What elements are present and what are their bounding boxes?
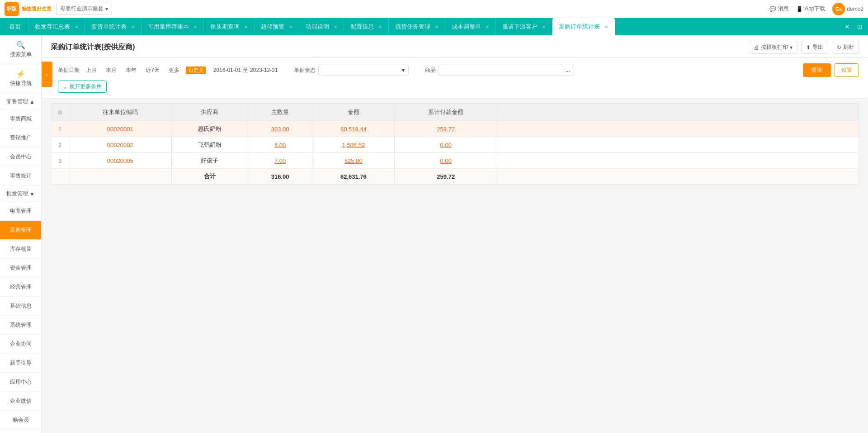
goods-select[interactable]: … (439, 65, 574, 76)
expand-more-button[interactable]: ⌄ 展开更多条件 (58, 81, 107, 93)
settings-icon[interactable]: ⚙ (57, 109, 63, 116)
footer-empty1 (51, 169, 69, 185)
col-gear: ⚙ (51, 104, 69, 121)
sidebar-item-search[interactable]: 🔍 搜索菜单 (0, 35, 41, 64)
cell-amount[interactable]: 60,519.44 (312, 121, 395, 137)
tab-close-icon[interactable]: ✕ (542, 24, 546, 29)
cell-paid[interactable]: 0.00 (395, 137, 497, 153)
sidebar-item-retail-mgmt[interactable]: 零售管理 ▲ (0, 93, 41, 109)
message-icon: 💬 (769, 6, 776, 12)
sidebar-item-finance[interactable]: 资金管理 (0, 259, 41, 278)
sidebar-item-enterprise-collab[interactable]: 企业协同 (0, 335, 41, 354)
tab-保质期查询[interactable]: 保质期查询 ✕ (204, 18, 255, 35)
sidebar-item-inventory[interactable]: 库存核算 (0, 240, 41, 259)
setting-button[interactable]: 设置 (835, 63, 859, 77)
tab-close-icon[interactable]: ✕ (334, 24, 337, 29)
export-button[interactable]: ⬆ 导出 (801, 41, 828, 54)
cell-amount[interactable]: 525.80 (312, 153, 395, 169)
page-header: 采购订单统计表(按供应商) 🖨 按模板打印 ▾ ⬆ 导出 ↻ 刷新 (42, 35, 868, 58)
sidebar-item-vip[interactable]: 畅会员 (0, 411, 41, 430)
tab-可用量库存账本[interactable]: 可用量库存账本 ✕ (142, 18, 204, 35)
footer-qty: 316.00 (248, 169, 312, 185)
app-download-button[interactable]: 📱 App下载 (796, 5, 825, 13)
cell-empty (497, 121, 859, 137)
sidebar-item-app-center[interactable]: 应用中心 (0, 373, 41, 392)
sidebar-item-system[interactable]: 系统管理 (0, 316, 41, 335)
filter-content: 单据日期 上月 本月 本年 近7天 更多 自定义 2016-01-01 (58, 63, 859, 93)
tab-close-icon[interactable]: ✕ (486, 24, 489, 29)
template-print-button[interactable]: 🖨 按模板打印 ▾ (749, 41, 797, 54)
shortcut-7-days[interactable]: 近7天 (142, 66, 163, 75)
user-avatar[interactable]: Ea demo2 (832, 3, 863, 15)
tab-close-icon[interactable]: ✕ (604, 24, 608, 29)
table-row: 2 00020002 飞鹤奶粉 6.00 1,586.52 0.00 (51, 137, 859, 153)
shortcut-more[interactable]: 更多 (165, 66, 183, 75)
query-button[interactable]: 查询 (803, 63, 831, 77)
footer-empty3 (497, 169, 859, 185)
close-all-tabs-button[interactable]: ✕ (841, 21, 854, 32)
status-filter: 单据状态 ▾ (294, 65, 409, 76)
cell-code[interactable]: 00020001 (69, 121, 172, 137)
restore-button[interactable]: ⊡ (854, 21, 866, 32)
shortcut-last-month[interactable]: 上月 (82, 66, 100, 75)
sidebar: 🔍 搜索菜单 ⚡ 快捷导航 零售管理 ▲ 零售商城 营销推广 会员中心 零售统计… (0, 35, 42, 433)
account-selector[interactable]: 母婴行业演示账套 ▾ (56, 3, 112, 15)
cell-empty (497, 153, 859, 169)
tab-home[interactable]: 首页 (2, 18, 28, 35)
cell-code[interactable]: 00020002 (69, 137, 172, 153)
tab-close-icon[interactable]: ✕ (289, 24, 292, 29)
tab-成本调整单[interactable]: 成本调整单 ✕ (445, 18, 496, 35)
sidebar-item-enterprise-wechat[interactable]: 企业微信 (0, 392, 41, 411)
sidebar-item-retail-stats[interactable]: 零售统计 (0, 167, 41, 186)
tab-功能说明[interactable]: 功能说明 ✕ (299, 18, 344, 35)
avatar-icon: Ea (832, 3, 845, 15)
cell-qty[interactable]: 6.00 (248, 137, 312, 153)
tab-要货单统计表[interactable]: 要货单统计表 ✕ (85, 18, 142, 35)
chevron-down-icon: ▼ (29, 191, 35, 197)
shortcut-this-year[interactable]: 本年 (122, 66, 140, 75)
tab-收发存汇总表[interactable]: 收发存汇总表 ✕ (28, 18, 85, 35)
tab-close-icon[interactable]: ✕ (131, 24, 135, 29)
sidebar-item-quick-nav[interactable]: ⚡ 快捷导航 (0, 64, 41, 93)
tab-邀请下游客户[interactable]: 邀请下游客户 ✕ (496, 18, 552, 35)
cell-paid[interactable]: 0.00 (395, 153, 497, 169)
quick-nav-icon: ⚡ (0, 70, 41, 78)
tab-配置信息[interactable]: 配置信息 ✕ (344, 18, 389, 35)
cell-code[interactable]: 00020005 (69, 153, 172, 169)
message-button[interactable]: 💬 消息 (769, 5, 789, 13)
filter-toggle-button[interactable]: › (42, 62, 52, 87)
page-actions: 🖨 按模板打印 ▾ ⬆ 导出 ↻ 刷新 (749, 41, 859, 54)
sidebar-item-basic-info[interactable]: 基础信息 (0, 297, 41, 316)
sidebar-item-ecommerce[interactable]: 电商管理 (0, 202, 41, 221)
tab-close-icon[interactable]: ✕ (435, 24, 439, 29)
nav-tab-controls: ✕ ⊡ (841, 21, 866, 32)
tab-超储预警[interactable]: 超储预警 ✕ (255, 18, 299, 35)
sidebar-item-new-guide[interactable]: 新手引导 (0, 354, 41, 373)
cell-amount[interactable]: 1,586.52 (312, 137, 395, 153)
cell-paid[interactable]: 259.72 (395, 121, 497, 137)
export-icon: ⬆ (806, 44, 811, 51)
sidebar-item-purchase[interactable]: 采购管理 (0, 221, 41, 240)
cell-qty[interactable]: 7.00 (248, 153, 312, 169)
shortcut-this-month[interactable]: 本月 (102, 66, 120, 75)
sidebar-item-operations[interactable]: 经营管理 (0, 278, 41, 297)
tab-close-icon[interactable]: ✕ (193, 24, 197, 29)
tab-拣货任务管理[interactable]: 拣货任务管理 ✕ (389, 18, 445, 35)
status-select[interactable]: ▾ (318, 65, 409, 76)
cell-supplier: 飞鹤奶粉 (171, 137, 248, 153)
sidebar-item-marketing[interactable]: 营销推广 (0, 128, 41, 148)
sidebar-item-member-center[interactable]: 会员中心 (0, 148, 41, 167)
custom-date-tag[interactable]: 自定义 (186, 67, 206, 74)
refresh-button[interactable]: ↻ 刷新 (832, 41, 859, 54)
cell-qty[interactable]: 303.00 (248, 121, 312, 137)
goods-label: 商品 (425, 67, 436, 74)
sidebar-item-wholesale-mgmt[interactable]: 批发管理 ▼ (0, 186, 41, 202)
tab-close-icon[interactable]: ✕ (75, 24, 78, 29)
tab-采购订单统计表[interactable]: 采购订单统计表 ✕ (552, 18, 615, 35)
date-shortcuts: 上月 本月 本年 近7天 更多 (82, 66, 183, 75)
main-layout: 🔍 搜索菜单 ⚡ 快捷导航 零售管理 ▲ 零售商城 营销推广 会员中心 零售统计… (0, 35, 868, 433)
table-footer-row: 合计 316.00 62,631.76 259.72 (51, 169, 859, 185)
tab-close-icon[interactable]: ✕ (244, 24, 248, 29)
tab-close-icon[interactable]: ✕ (378, 24, 382, 29)
sidebar-item-retail-mall[interactable]: 零售商城 (0, 109, 41, 128)
